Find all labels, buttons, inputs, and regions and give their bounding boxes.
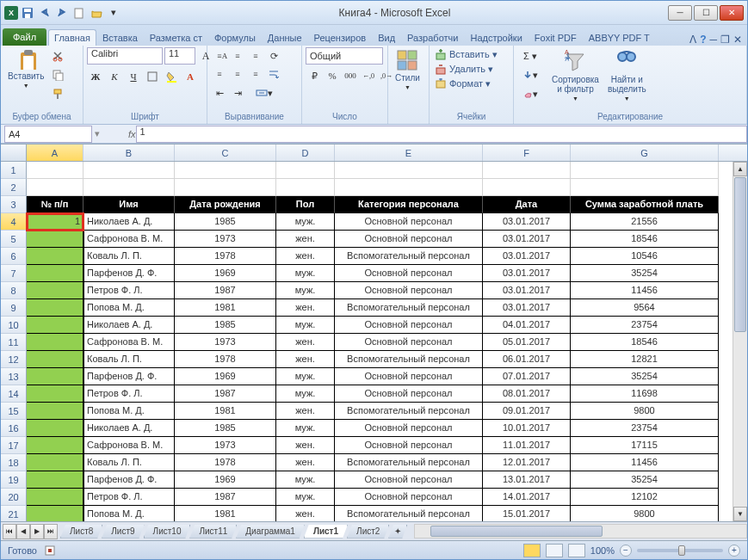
cell-sex[interactable]: муж.: [276, 265, 335, 282]
cell-category[interactable]: Основной персонал: [335, 471, 483, 489]
ribbon-tab[interactable]: Рецензиров: [308, 29, 373, 46]
border-icon[interactable]: [144, 68, 161, 85]
cell-birth[interactable]: 1973: [175, 334, 276, 351]
cell-category[interactable]: Основной персонал: [335, 334, 483, 351]
font-color-icon[interactable]: A: [182, 68, 199, 85]
cell-birth[interactable]: 1985: [175, 317, 276, 334]
cell-birth[interactable]: 1973: [175, 437, 276, 454]
cell-category[interactable]: Вспомогательный персонал: [335, 403, 483, 420]
cell-name[interactable]: Попова М. Д.: [83, 506, 175, 521]
cell-sum[interactable]: 17115: [571, 437, 719, 454]
cell-category[interactable]: Основной персонал: [335, 231, 483, 248]
cell-sex[interactable]: жен.: [276, 437, 335, 454]
cell-num[interactable]: [27, 403, 83, 420]
cell-num[interactable]: [27, 265, 83, 282]
cell-num[interactable]: [27, 506, 83, 521]
cell-name[interactable]: Петров Ф. Л.: [83, 282, 175, 299]
sort-filter-button[interactable]: АЯ Сортировка и фильтр▼: [548, 47, 603, 103]
new-sheet-icon[interactable]: ✦: [388, 525, 407, 538]
cell-date[interactable]: 03.01.2017: [483, 248, 571, 265]
cell-num[interactable]: [27, 299, 83, 317]
cell-date[interactable]: 13.01.2017: [483, 471, 571, 489]
cell-sum[interactable]: 11456: [571, 282, 719, 299]
file-tab[interactable]: Файл: [3, 28, 46, 46]
font-size-combo[interactable]: 11: [164, 47, 195, 65]
cell-birth[interactable]: 1987: [175, 282, 276, 299]
table-header[interactable]: Категория персонала: [335, 196, 483, 213]
cell-name[interactable]: Попова М. Д.: [83, 299, 175, 317]
cell-sex[interactable]: муж.: [276, 317, 335, 334]
cell-num[interactable]: [27, 454, 83, 471]
column-header[interactable]: D: [276, 145, 335, 161]
cell-num[interactable]: 1: [27, 213, 83, 231]
cell-num[interactable]: [27, 489, 83, 506]
row-header[interactable]: 11: [1, 334, 27, 351]
cell-num[interactable]: [27, 317, 83, 334]
cell-name[interactable]: Попова М. Д.: [83, 403, 175, 420]
cut-icon[interactable]: [49, 47, 66, 65]
inc-decimal-icon[interactable]: ←,0: [360, 67, 377, 84]
prev-sheet-icon[interactable]: ◀: [16, 524, 30, 539]
cell-category[interactable]: Основной персонал: [335, 420, 483, 437]
ribbon-tab[interactable]: Главная: [48, 29, 96, 46]
cell-sex[interactable]: жен.: [276, 403, 335, 420]
row-header[interactable]: 2: [1, 179, 27, 196]
styles-button[interactable]: Стили▼: [392, 47, 423, 92]
cell[interactable]: [335, 179, 483, 196]
align-top-icon[interactable]: ≡: [211, 47, 228, 65]
dec-indent-icon[interactable]: ⇤: [211, 84, 228, 102]
scroll-thumb[interactable]: [734, 177, 746, 332]
cell-num[interactable]: [27, 334, 83, 351]
row-header[interactable]: 14: [1, 385, 27, 403]
cell-num[interactable]: [27, 385, 83, 403]
cell-date[interactable]: 11.01.2017: [483, 437, 571, 454]
cell-name[interactable]: Парфенов Д. Ф.: [83, 471, 175, 489]
column-header[interactable]: B: [83, 145, 175, 161]
cell-date[interactable]: 09.01.2017: [483, 403, 571, 420]
cell-sum[interactable]: 23754: [571, 420, 719, 437]
cell[interactable]: [27, 179, 83, 196]
format-cells-button[interactable]: Формат ▾: [433, 77, 492, 90]
ribbon-tab[interactable]: Данные: [262, 29, 308, 46]
first-sheet-icon[interactable]: ⏮: [3, 524, 16, 539]
cell-sum[interactable]: 23754: [571, 317, 719, 334]
row-header[interactable]: 8: [1, 282, 27, 299]
cell-sum[interactable]: 9564: [571, 299, 719, 317]
sheet-tab[interactable]: Лист2: [347, 525, 389, 538]
table-header[interactable]: Сумма заработной плать: [571, 196, 719, 213]
cell-birth[interactable]: 1978: [175, 454, 276, 471]
cell-sum[interactable]: 11456: [571, 454, 719, 471]
cell[interactable]: [175, 162, 276, 179]
font-name-combo[interactable]: Calibri: [87, 47, 163, 65]
cell-category[interactable]: Основной персонал: [335, 213, 483, 231]
sheet-tab[interactable]: Лист11: [189, 525, 237, 538]
cell-name[interactable]: Сафронова В. М.: [83, 437, 175, 454]
cell-num[interactable]: [27, 437, 83, 454]
zoom-level[interactable]: 100%: [590, 545, 615, 556]
cell-sex[interactable]: муж.: [276, 471, 335, 489]
cell-sum[interactable]: 10546: [571, 248, 719, 265]
cell-date[interactable]: 10.01.2017: [483, 420, 571, 437]
cell-category[interactable]: Основной персонал: [335, 317, 483, 334]
select-all-corner[interactable]: [1, 145, 27, 161]
row-header[interactable]: 17: [1, 437, 27, 454]
cell-sum[interactable]: 12821: [571, 351, 719, 368]
cell-num[interactable]: [27, 282, 83, 299]
copy-icon[interactable]: [49, 66, 66, 83]
scroll-up-icon[interactable]: ▲: [733, 162, 747, 176]
row-header[interactable]: 19: [1, 471, 27, 489]
cell-birth[interactable]: 1981: [175, 299, 276, 317]
maximize-button[interactable]: ☐: [694, 5, 718, 21]
cell-category[interactable]: Вспомогательный персонал: [335, 248, 483, 265]
inc-indent-icon[interactable]: ⇥: [229, 84, 246, 102]
cell-sex[interactable]: муж.: [276, 213, 335, 231]
ribbon-tab[interactable]: Вставка: [96, 29, 144, 46]
cell-sum[interactable]: 9800: [571, 506, 719, 521]
wrap-text-icon[interactable]: [265, 65, 282, 83]
ribbon-tab[interactable]: Разработчи: [401, 29, 464, 46]
cell-sum[interactable]: 9800: [571, 403, 719, 420]
table-header[interactable]: № п/п: [27, 196, 83, 213]
cell-sex[interactable]: жен.: [276, 351, 335, 368]
cell[interactable]: [571, 179, 719, 196]
cell-name[interactable]: Николаев А. Д.: [83, 213, 175, 231]
